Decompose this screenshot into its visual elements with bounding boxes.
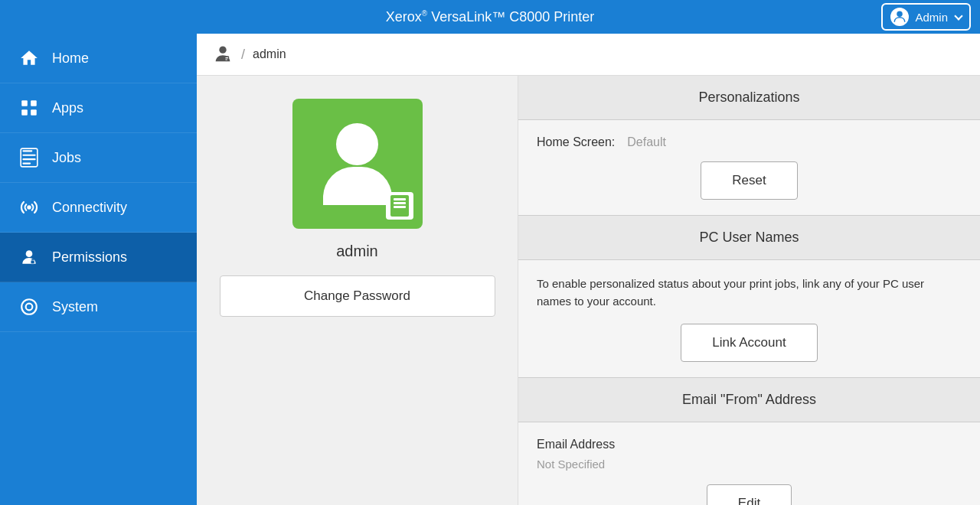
svg-rect-13 [31,260,34,263]
permissions-icon [18,246,40,268]
email-address-value: Not Specified [537,458,962,471]
profile-settings: admin Change Password Personalizations H… [197,76,980,505]
personalizations-header: Personalizations [518,76,980,120]
admin-label: Admin [915,11,948,24]
edit-button[interactable]: Edit [707,484,792,505]
svg-rect-2 [31,100,37,106]
content-area: / admin admin Change Password [197,34,980,505]
personalizations-content: Home Screen: Default Reset [518,120,980,216]
admin-avatar-icon [890,8,909,26]
svg-rect-8 [22,163,31,165]
svg-point-14 [219,47,226,54]
apps-icon [18,97,40,119]
chevron-down-icon [954,11,962,20]
sidebar-label-apps: Apps [52,100,83,116]
system-icon [18,296,40,318]
header-title: Xerox® VersaLink™ C8000 Printer [386,9,595,25]
email-address-label: Email Address [537,438,962,451]
connectivity-icon [18,197,40,218]
avatar-badge-inner [390,195,409,217]
sidebar-item-home[interactable]: Home [0,34,197,83]
breadcrumb-user-icon [212,44,234,65]
home-screen-label: Home Screen: [537,135,615,149]
email-from-address-content: Email Address Not Specified Edit [518,422,980,505]
sidebar-item-connectivity[interactable]: Connectivity [0,183,197,233]
sidebar-item-system[interactable]: System [0,282,197,332]
avatar-person [323,123,392,205]
admin-button[interactable]: Admin [881,3,971,31]
avatar [292,99,423,229]
avatar-badge [386,192,413,220]
header: Xerox® VersaLink™ C8000 Printer Admin [0,0,980,34]
profile-name: admin [336,243,377,260]
sidebar: Home Apps [0,34,197,505]
sidebar-label-home: Home [52,50,89,67]
breadcrumb-page-title: admin [253,47,286,61]
breadcrumb-separator: / [241,47,245,63]
jobs-icon [18,147,40,168]
sidebar-label-permissions: Permissions [52,249,127,266]
svg-rect-7 [22,158,35,160]
main-container: Home Apps [0,34,980,505]
reset-button[interactable]: Reset [701,161,797,200]
home-screen-row: Home Screen: Default [537,135,962,149]
pc-user-description: To enable personalized status about your… [537,275,962,310]
svg-point-11 [26,250,33,257]
svg-rect-3 [21,109,28,116]
change-password-button[interactable]: Change Password [220,275,495,317]
svg-point-10 [27,205,31,209]
home-screen-value: Default [627,135,666,149]
avatar-head [336,123,378,165]
svg-rect-5 [22,150,32,152]
sidebar-label-jobs: Jobs [52,150,81,166]
svg-rect-6 [22,155,35,156]
profile-panel: admin Change Password [197,76,518,505]
svg-point-0 [897,11,903,18]
sidebar-item-permissions[interactable]: Permissions [0,233,197,282]
sidebar-label-connectivity: Connectivity [52,200,127,216]
sidebar-label-system: System [52,299,98,315]
sidebar-item-apps[interactable]: Apps [0,83,197,133]
avatar-body [323,167,392,205]
svg-rect-4 [31,109,37,116]
breadcrumb: / admin [197,34,980,76]
svg-rect-1 [21,100,28,106]
pc-user-names-header: PC User Names [518,216,980,260]
link-account-button[interactable]: Link Account [681,324,817,362]
email-from-address-header: Email "From" Address [518,378,980,422]
home-icon [18,47,40,69]
settings-panel: Personalizations Home Screen: Default Re… [518,76,980,505]
pc-user-names-content: To enable personalized status about your… [518,260,980,378]
sidebar-item-jobs[interactable]: Jobs [0,133,197,183]
